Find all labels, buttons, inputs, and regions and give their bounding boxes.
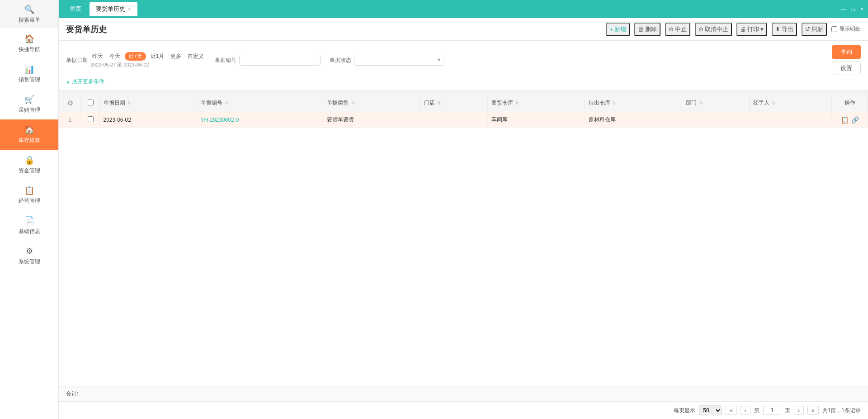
tab-active[interactable]: 要货单历史 × [90, 2, 137, 16]
action-icons: 📋 🔗 [835, 116, 864, 124]
sidebar-item-inventory[interactable]: 🏠 库存核算 [0, 119, 58, 150]
th-number[interactable]: 单据编号 ⇅ [197, 94, 323, 112]
minimize-icon[interactable]: — [841, 6, 846, 12]
select-all-checkbox[interactable] [88, 100, 94, 105]
delete-icon: 🗑 [638, 26, 644, 33]
shortcut-yesterday[interactable]: 昨天 [90, 52, 105, 61]
sort-date-icon: ⇅ [127, 100, 131, 105]
print-icon: 🖨 [740, 26, 746, 33]
th-settings[interactable]: ⚙ [59, 94, 81, 112]
stop-icon: ⊘ [669, 26, 674, 33]
stop-button[interactable]: ⊘ 中止 [665, 23, 690, 36]
th-checkbox [81, 94, 99, 112]
display-detail-toggle[interactable]: 显示明细 [831, 25, 861, 33]
expand-icon: ∨ [66, 79, 70, 85]
display-detail-checkbox[interactable] [831, 26, 837, 32]
new-button[interactable]: + 新增 [606, 23, 630, 36]
sidebar-item-label: 系统管理 [19, 258, 40, 266]
prev-page-button[interactable]: ‹ [741, 406, 750, 415]
per-page-select[interactable]: 50 100 [699, 405, 722, 415]
page-number-input[interactable] [763, 406, 781, 415]
th-store[interactable]: 门店 ⇅ [420, 94, 487, 112]
date-filter: 单据日期 昨天 今天 近7天 近1月 更多 自定义 2023-05-27 至 2… [66, 52, 206, 68]
go-to-label: 第 [754, 407, 760, 414]
new-label: 新增 [614, 25, 626, 33]
total-info: 共1页，1条记录 [822, 407, 861, 414]
shortcut-custom[interactable]: 自定义 [186, 52, 206, 61]
expand-more[interactable]: ∨ 展开更多条件 [66, 78, 861, 86]
query-button[interactable]: 查询 [832, 45, 861, 59]
sidebar-item-label: 销售管理 [19, 76, 40, 84]
th-store-label: 门店 [424, 100, 435, 106]
sidebar-item-sales[interactable]: 📊 销售管理 [0, 59, 58, 89]
sort-type-icon: ⇅ [351, 100, 354, 105]
sidebar-item-label: 经营管理 [19, 197, 40, 205]
shortcut-1month[interactable]: 近1月 [149, 52, 166, 61]
sidebar-item-operations[interactable]: 📋 经营管理 [0, 180, 58, 210]
table-row: 1 2023-06-02 YH-20230602-0 要货单要货 车间库 原材料… [59, 112, 868, 128]
shortcut-7days[interactable]: 近7天 [125, 52, 146, 61]
refresh-button[interactable]: ↺ 刷新 [802, 23, 827, 36]
sidebar-item-system[interactable]: ⚙ 系统管理 [0, 241, 58, 271]
order-number-filter: 单据编号 [215, 55, 321, 66]
row-link-icon[interactable]: 🔗 [851, 116, 859, 124]
close-icon[interactable]: × [860, 6, 863, 12]
cancel-stop-button[interactable]: ⊘ 取消中止 [695, 23, 732, 36]
delete-button[interactable]: 🗑 删除 [634, 23, 660, 36]
shortcut-more[interactable]: 更多 [169, 52, 183, 61]
next-page-button[interactable]: › [794, 406, 804, 415]
tab-close-icon[interactable]: × [128, 6, 131, 12]
th-date-label: 单据日期 [104, 100, 125, 106]
print-button[interactable]: 🖨 打印 ▾ [736, 23, 767, 36]
document-icon: 📄 [24, 216, 34, 226]
sidebar-item-label: 基础信息 [19, 228, 40, 235]
main-area: 首页 要货单历史 × — □ × 要货单历史 + 新增 🗑 删除 [59, 0, 868, 419]
date-label: 单据日期 [66, 57, 88, 64]
page-title: 要货单历史 [66, 24, 107, 35]
summary-label: 合计: [66, 390, 78, 398]
row-view-icon[interactable]: 📋 [841, 116, 849, 124]
export-button[interactable]: ⬆ 导出 [772, 23, 797, 36]
sidebar-search[interactable]: 🔍 搜索菜单 [0, 0, 58, 29]
content-area: 要货单历史 + 新增 🗑 删除 ⊘ 中止 ⊘ 取消中止 [59, 18, 868, 419]
status-select[interactable] [354, 55, 444, 66]
page-suffix: 页 [785, 407, 790, 414]
last-page-button[interactable]: » [807, 406, 819, 415]
row-date: 2023-06-02 [99, 112, 197, 128]
sidebar-item-finance[interactable]: 🔒 资金管理 [0, 150, 58, 180]
sidebar-item-label: 库存核算 [19, 137, 40, 144]
sidebar-search-label: 搜索菜单 [19, 16, 40, 24]
th-pending-warehouse[interactable]: 待出仓库 ⇅ [585, 94, 682, 112]
row-number-link[interactable]: YH-20230602-0 [201, 117, 239, 123]
first-page-button[interactable]: « [726, 406, 737, 415]
sort-pending-icon: ⇅ [613, 100, 616, 105]
th-type[interactable]: 单据类型 ⇅ [323, 94, 420, 112]
delete-label: 删除 [645, 25, 657, 33]
setting-button[interactable]: 设置 [832, 62, 861, 75]
sidebar-item-basic-info[interactable]: 📄 基础信息 [0, 210, 58, 241]
expand-label: 展开更多条件 [72, 78, 104, 86]
sort-store-icon: ⇅ [437, 100, 441, 105]
order-number-input[interactable] [239, 55, 321, 66]
th-handler[interactable]: 经手人 ⇅ [749, 94, 831, 112]
data-table: ⚙ 单据日期 ⇅ 单据编号 ⇅ [59, 94, 868, 128]
row-number[interactable]: YH-20230602-0 [197, 112, 323, 128]
th-date[interactable]: 单据日期 ⇅ [99, 94, 197, 112]
tab-home[interactable]: 首页 [63, 2, 88, 16]
sidebar-item-quick-nav[interactable]: 🏠 快捷导航 [0, 29, 58, 59]
settings-icon[interactable]: ⚙ [67, 99, 73, 107]
th-dept[interactable]: 部门 ⇅ [682, 94, 749, 112]
row-index: 1 [59, 112, 81, 128]
maximize-icon[interactable]: □ [852, 6, 855, 12]
th-operation: 操作 [832, 94, 868, 112]
th-req-warehouse[interactable]: 要货仓库 ⇅ [487, 94, 585, 112]
chart-icon: 📊 [24, 64, 34, 74]
shortcut-today[interactable]: 今天 [108, 52, 122, 61]
sidebar: 🔍 搜索菜单 🏠 快捷导航 📊 销售管理 🛒 采购管理 🏠 库存核算 🔒 资金管… [0, 0, 59, 419]
home-tab-label: 首页 [70, 5, 81, 13]
export-icon: ⬆ [775, 26, 780, 33]
row-select-checkbox[interactable] [88, 116, 94, 122]
th-req-warehouse-label: 要货仓库 [491, 100, 513, 106]
sidebar-item-purchase[interactable]: 🛒 采购管理 [0, 89, 58, 119]
status-select-wrapper [354, 55, 444, 66]
